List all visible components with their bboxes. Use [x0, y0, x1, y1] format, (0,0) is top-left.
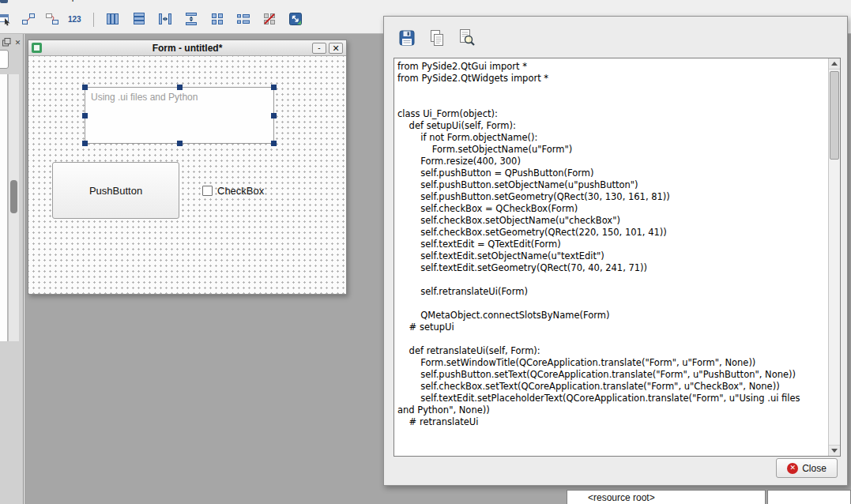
- scroll-down-button[interactable]: [829, 445, 840, 456]
- form-canvas[interactable]: Using .ui files and Python PushButton Ch…: [28, 56, 346, 294]
- find-button[interactable]: [457, 28, 477, 48]
- widget-box-dock-fragment: ✕: [0, 34, 24, 504]
- form-designer-window: Form - untitled* - ✕ Using .ui files and…: [28, 39, 347, 295]
- resource-root-row[interactable]: <resource root>: [567, 490, 766, 504]
- adjust-size-icon: [288, 12, 303, 26]
- layout-vertical-icon: [132, 12, 146, 26]
- widget-box-scrollbar[interactable]: [8, 74, 19, 341]
- close-window-button[interactable]: ✕: [329, 43, 343, 54]
- layout-vertical-button[interactable]: [130, 9, 149, 28]
- menu-window[interactable]: Window: [11, 0, 45, 2]
- resource-root-label: <resource root>: [588, 492, 655, 503]
- textedit-widget[interactable]: Using .ui files and Python: [85, 87, 274, 144]
- menu-help[interactable]: Help: [58, 0, 77, 2]
- layout-form-icon: [236, 12, 250, 26]
- code-text: from PySide2.QtGui import * from PySide2…: [394, 58, 828, 456]
- copy-button[interactable]: [427, 28, 447, 48]
- scroll-up-button[interactable]: [829, 58, 840, 70]
- code-vertical-scrollbar[interactable]: [828, 58, 840, 456]
- edit-widgets-button[interactable]: [0, 9, 14, 28]
- menubar: Window Help: [0, 0, 851, 4]
- close-button-label: Close: [802, 463, 827, 474]
- layout-splitter-horizontal-button[interactable]: [156, 9, 175, 28]
- edit-signals-slots-button[interactable]: [19, 9, 38, 28]
- textedit-placeholder: Using .ui files and Python: [85, 88, 273, 107]
- edit-tab-order-button[interactable]: 123: [66, 9, 85, 28]
- layout-toolbar-group: [104, 9, 305, 28]
- pushbutton-label: PushButton: [89, 185, 142, 197]
- selection-handle-top-left[interactable]: [82, 85, 88, 90]
- widget-filter-input[interactable]: [0, 50, 9, 69]
- save-button[interactable]: [397, 28, 417, 48]
- arrow-down-icon: [831, 449, 838, 453]
- edit-mode-toolbar-group: 123: [0, 9, 85, 28]
- selection-handle-top-middle[interactable]: [177, 85, 183, 90]
- copy-icon: [428, 29, 446, 47]
- layout-splitter-vertical-icon: [184, 12, 198, 26]
- layout-grid-button[interactable]: [208, 9, 227, 28]
- form-window-titlebar[interactable]: Form - untitled* - ✕: [28, 40, 346, 56]
- checkbox-label: CheckBox: [217, 185, 264, 197]
- selection-handle-top-right[interactable]: [271, 85, 277, 90]
- layout-grid-icon: [210, 12, 224, 26]
- edit-buddies-button[interactable]: [43, 9, 62, 28]
- toolbar-separator: [93, 13, 94, 27]
- dock-float-icon: [2, 38, 11, 47]
- layout-form-button[interactable]: [234, 9, 253, 28]
- adjust-size-button[interactable]: [286, 9, 305, 28]
- tab-order-label: 123: [68, 15, 81, 24]
- layout-break-button[interactable]: [260, 9, 279, 28]
- close-icon: ✕: [787, 463, 798, 474]
- selection-handle-middle-right[interactable]: [271, 113, 277, 118]
- widget-box-list[interactable]: [0, 74, 8, 341]
- close-button[interactable]: ✕ Close: [776, 458, 838, 478]
- layout-splitter-vertical-button[interactable]: [182, 9, 201, 28]
- code-dialog-toolbar: [397, 28, 477, 48]
- selection-handle-bottom-left[interactable]: [82, 141, 88, 146]
- widget-box-scrollbar-thumb[interactable]: [10, 180, 17, 213]
- selection-handle-bottom-middle[interactable]: [177, 141, 183, 146]
- arrow-up-icon: [831, 62, 838, 66]
- menubar-items: Window Help: [11, 0, 77, 2]
- edit-buddies-icon: [45, 12, 59, 26]
- dock-close-button[interactable]: ✕: [13, 37, 23, 47]
- code-preview-dialog: from PySide2.QtGui import * from PySide2…: [383, 16, 848, 486]
- layout-break-icon: [262, 12, 277, 26]
- minimize-button[interactable]: -: [312, 43, 326, 54]
- app-icon: [0, 0, 8, 3]
- dock-float-button[interactable]: [2, 37, 12, 47]
- layout-splitter-horizontal-icon: [158, 12, 172, 26]
- checkbox-widget[interactable]: CheckBox: [202, 180, 282, 201]
- pushbutton-widget[interactable]: PushButton: [52, 162, 179, 219]
- layout-horizontal-button[interactable]: [104, 9, 122, 28]
- find-icon: [458, 28, 476, 47]
- selection-handle-middle-left[interactable]: [82, 113, 88, 118]
- layout-horizontal-icon: [106, 12, 120, 26]
- dock-close-icon: ✕: [15, 39, 21, 47]
- checkbox-indicator[interactable]: [202, 186, 213, 196]
- edit-tab-order-icon: 123: [67, 12, 85, 26]
- form-window-title: Form - untitled*: [28, 43, 346, 54]
- save-icon: [398, 29, 416, 47]
- selection-handle-bottom-right[interactable]: [271, 141, 277, 146]
- code-scrollbar-thumb[interactable]: [830, 71, 839, 160]
- resource-detail-panel: [767, 490, 851, 504]
- code-view[interactable]: from PySide2.QtGui import * from PySide2…: [393, 58, 841, 457]
- edit-widgets-icon: [0, 12, 12, 26]
- edit-signals-slots-icon: [21, 12, 36, 26]
